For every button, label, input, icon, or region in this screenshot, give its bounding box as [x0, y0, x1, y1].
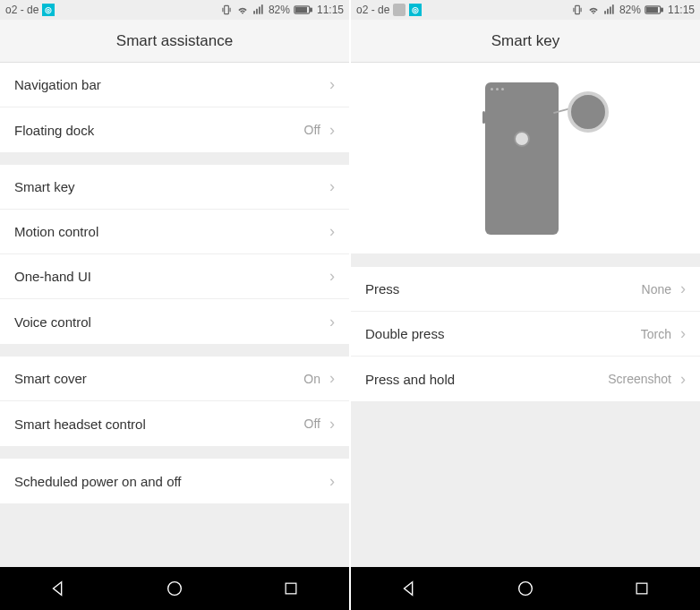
chevron-right-icon: › [680, 279, 686, 298]
row-label: Navigation bar [14, 77, 329, 92]
svg-rect-20 [662, 8, 663, 11]
chevron-right-icon: › [329, 222, 335, 241]
chevron-right-icon: › [329, 472, 335, 491]
page-title: Smart assistance [0, 20, 349, 63]
clock-text: 11:15 [317, 4, 344, 16]
row-value: Off [304, 417, 320, 431]
nav-back-button[interactable] [382, 571, 436, 606]
row-voice-control[interactable]: Voice control › [0, 299, 349, 344]
row-navigation-bar[interactable]: Navigation bar › [0, 63, 349, 107]
chevron-right-icon: › [329, 313, 335, 331]
phone-right: o2 - de ◎ 82% 11:15 Smart key [351, 0, 700, 610]
settings-list: Navigation bar › Floating dock Off › Sma… [0, 63, 349, 567]
fingerprint-icon [514, 131, 530, 147]
nav-home-button[interactable] [499, 571, 552, 606]
status-bar: o2 - de ◎ 82% 11:15 [0, 0, 349, 20]
row-label: Smart key [14, 179, 329, 194]
chevron-right-icon: › [329, 75, 335, 94]
nav-recent-button[interactable] [615, 571, 669, 606]
battery-pct: 82% [619, 4, 641, 16]
vibrate-icon [220, 4, 233, 16]
row-label: Floating dock [14, 123, 304, 138]
nav-back-button[interactable] [31, 571, 85, 606]
smart-key-button-icon [568, 91, 609, 133]
phone-graphic-body [485, 82, 559, 235]
svg-rect-23 [636, 583, 647, 594]
svg-rect-12 [576, 5, 580, 13]
row-press[interactable]: Press None › [351, 267, 700, 312]
wifi-icon [236, 4, 249, 16]
row-smart-cover[interactable]: Smart cover On › [0, 357, 349, 401]
signal-icon [603, 4, 616, 16]
phone-left: o2 - de ◎ 82% 11:15 Smart assistance [0, 0, 349, 610]
row-label: Smart cover [14, 371, 303, 386]
smart-key-content: Press None › Double press Torch › Press … [351, 63, 700, 567]
svg-rect-4 [256, 9, 258, 14]
android-nav-bar [0, 567, 349, 610]
row-floating-dock[interactable]: Floating dock Off › [0, 107, 349, 152]
svg-rect-8 [311, 8, 312, 11]
wifi-icon [587, 4, 600, 16]
app-icon: ◎ [409, 4, 422, 16]
row-value: Off [304, 123, 320, 137]
svg-rect-21 [647, 7, 658, 12]
svg-rect-17 [610, 7, 611, 14]
row-label: Voice control [14, 314, 329, 330]
row-double-press[interactable]: Double press Torch › [351, 312, 700, 357]
chevron-right-icon: › [680, 370, 686, 389]
svg-rect-16 [607, 9, 609, 14]
svg-rect-0 [225, 5, 229, 13]
svg-rect-15 [604, 11, 606, 14]
nav-home-button[interactable] [148, 571, 201, 606]
row-smart-key[interactable]: Smart key › [0, 165, 349, 210]
battery-pct: 82% [269, 4, 290, 16]
row-label: Smart headset control [14, 417, 304, 432]
battery-icon [294, 4, 313, 15]
battery-icon [645, 4, 664, 15]
svg-rect-6 [261, 4, 263, 14]
row-value: On [303, 372, 320, 386]
svg-rect-9 [296, 7, 307, 12]
row-label: Press and hold [365, 372, 608, 387]
row-scheduled-power[interactable]: Scheduled power on and off › [0, 459, 349, 503]
status-bar: o2 - de ◎ 82% 11:15 [351, 0, 700, 20]
carrier-text: o2 - de [356, 4, 389, 16]
page-title: Smart key [351, 20, 700, 63]
svg-rect-3 [253, 11, 255, 14]
row-press-and-hold[interactable]: Press and hold Screenshot › [351, 357, 700, 401]
chevron-right-icon: › [329, 177, 335, 196]
row-smart-headset-control[interactable]: Smart headset control Off › [0, 401, 349, 446]
svg-rect-5 [259, 7, 260, 14]
smart-key-illustration [351, 63, 700, 254]
svg-rect-11 [286, 583, 296, 594]
screenshot-icon [393, 4, 405, 16]
row-motion-control[interactable]: Motion control › [0, 210, 349, 254]
row-label: Scheduled power on and off [14, 474, 329, 489]
row-label: Press [365, 281, 642, 296]
svg-point-22 [519, 582, 533, 596]
chevron-right-icon: › [329, 267, 335, 286]
chevron-right-icon: › [329, 369, 335, 388]
clock-text: 11:15 [668, 4, 695, 16]
chevron-right-icon: › [329, 415, 335, 434]
nav-recent-button[interactable] [264, 571, 318, 606]
signal-icon [252, 4, 265, 16]
android-nav-bar [351, 567, 700, 610]
row-label: Motion control [14, 224, 329, 239]
row-label: Double press [365, 326, 641, 341]
vibrate-icon [571, 4, 584, 16]
row-value: Screenshot [608, 372, 671, 386]
svg-point-10 [168, 582, 182, 596]
carrier-text: o2 - de [5, 4, 38, 16]
svg-rect-18 [612, 4, 614, 14]
app-icon: ◎ [42, 4, 55, 16]
chevron-right-icon: › [680, 324, 686, 343]
row-label: One-hand UI [14, 269, 329, 284]
chevron-right-icon: › [329, 121, 335, 140]
row-value: None [642, 282, 671, 296]
row-one-hand-ui[interactable]: One-hand UI › [0, 254, 349, 299]
row-value: Torch [641, 327, 671, 341]
